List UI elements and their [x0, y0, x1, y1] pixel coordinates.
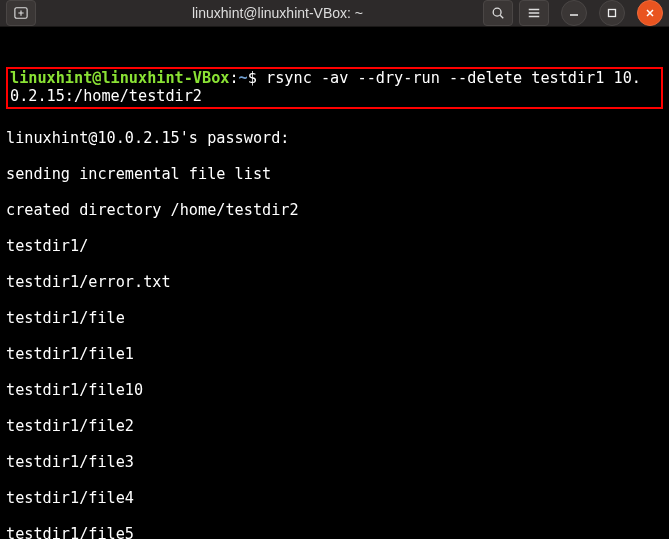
new-tab-button[interactable]: [6, 0, 36, 26]
output-line: linuxhint@10.0.2.15's password:: [6, 129, 663, 147]
svg-point-1: [493, 8, 501, 16]
output-line: testdir1/file1: [6, 345, 663, 363]
close-icon: [645, 8, 655, 18]
output-line: sending incremental file list: [6, 165, 663, 183]
prompt-path: ~: [239, 69, 248, 87]
maximize-button[interactable]: [599, 0, 625, 26]
output-line: testdir1/file4: [6, 489, 663, 507]
command-highlight-box: linuxhint@linuxhint-VBox:~$ rsync -av --…: [6, 67, 663, 109]
output-line: testdir1/file: [6, 309, 663, 327]
window-title: linuxhint@linuxhint-VBox: ~: [78, 5, 477, 21]
output-line: created directory /home/testdir2: [6, 201, 663, 219]
tab-plus-icon: [14, 6, 28, 20]
output-line: testdir1/file2: [6, 417, 663, 435]
output-line: testdir1/: [6, 237, 663, 255]
menu-button[interactable]: [519, 0, 549, 26]
output-line: testdir1/file5: [6, 525, 663, 539]
hamburger-icon: [527, 6, 541, 20]
output-line: testdir1/file3: [6, 453, 663, 471]
minimize-button[interactable]: [561, 0, 587, 26]
search-icon: [491, 6, 505, 20]
search-button[interactable]: [483, 0, 513, 26]
terminal-body[interactable]: linuxhint@linuxhint-VBox:~$ rsync -av --…: [0, 27, 669, 539]
output-line: testdir1/file10: [6, 381, 663, 399]
svg-rect-2: [609, 10, 616, 17]
minimize-icon: [569, 8, 579, 18]
output-line: testdir1/error.txt: [6, 273, 663, 291]
close-button[interactable]: [637, 0, 663, 26]
terminal-window: linuxhint@linuxhint-VBox: ~ linuxhint@li…: [0, 0, 669, 539]
maximize-icon: [607, 8, 617, 18]
prompt-user-host: linuxhint@linuxhint-VBox: [10, 69, 229, 87]
prompt-colon: :: [229, 69, 238, 87]
titlebar: linuxhint@linuxhint-VBox: ~: [0, 0, 669, 27]
prompt-symbol: $: [248, 69, 257, 87]
